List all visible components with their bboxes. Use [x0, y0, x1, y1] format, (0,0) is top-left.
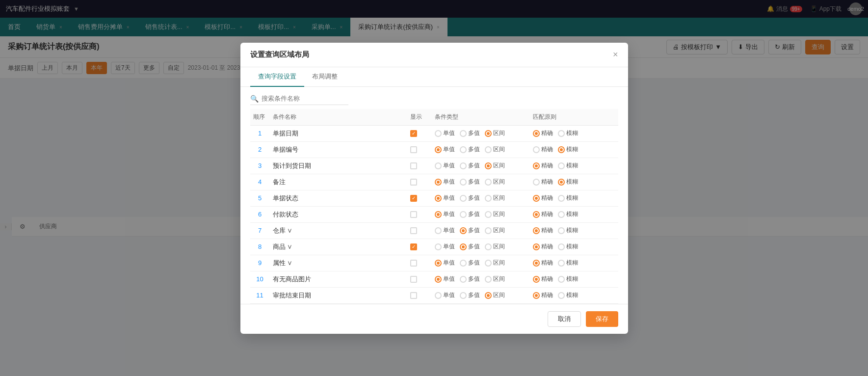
- radio-match-模糊[interactable]: 模糊: [558, 145, 578, 154]
- radio-match-精确[interactable]: 精确: [533, 291, 553, 299]
- radio-type-区间[interactable]: 区间: [485, 210, 505, 218]
- radio-match-模糊[interactable]: 模糊: [558, 161, 578, 170]
- radio-type-单值[interactable]: 单值: [435, 194, 455, 202]
- display-checkbox[interactable]: [410, 162, 417, 169]
- display-checkbox[interactable]: [410, 227, 417, 234]
- cell-display[interactable]: [407, 271, 432, 287]
- radio-circle: [485, 162, 492, 169]
- display-checkbox[interactable]: [410, 292, 417, 299]
- radio-match-精确[interactable]: 精确: [533, 242, 553, 251]
- radio-type-单值[interactable]: 单值: [435, 291, 455, 299]
- cell-display[interactable]: [407, 158, 432, 174]
- display-checkbox[interactable]: [410, 130, 417, 137]
- radio-type-区间[interactable]: 区间: [485, 226, 505, 235]
- display-checkbox[interactable]: [410, 146, 417, 153]
- table-row: 5单据状态单值多值区间精确模糊: [250, 190, 618, 206]
- display-checkbox[interactable]: [410, 243, 417, 250]
- radio-type-区间[interactable]: 区间: [485, 161, 505, 170]
- cell-display[interactable]: [407, 190, 432, 206]
- radio-match-模糊[interactable]: 模糊: [558, 129, 578, 137]
- radio-type-多值[interactable]: 多值: [460, 242, 480, 251]
- radio-match-精确[interactable]: 精确: [533, 210, 553, 218]
- radio-type-单值[interactable]: 单值: [435, 275, 455, 283]
- cell-display[interactable]: [407, 239, 432, 255]
- search-input[interactable]: [262, 95, 340, 102]
- radio-match-模糊[interactable]: 模糊: [558, 178, 578, 186]
- cell-display[interactable]: [407, 206, 432, 222]
- table-row: 4备注单值多值区间精确模糊: [250, 174, 618, 190]
- radio-match-精确[interactable]: 精确: [533, 194, 553, 202]
- tab-query-fields[interactable]: 查询字段设置: [250, 67, 304, 87]
- radio-circle: [460, 146, 467, 153]
- tab-layout[interactable]: 布局调整: [304, 67, 345, 87]
- radio-type-区间[interactable]: 区间: [485, 194, 505, 202]
- radio-circle: [485, 130, 492, 137]
- radio-type-多值[interactable]: 多值: [460, 145, 480, 154]
- radio-type-多值[interactable]: 多值: [460, 291, 480, 299]
- display-checkbox[interactable]: [410, 195, 417, 202]
- radio-type-单值[interactable]: 单值: [435, 259, 455, 267]
- radio-match-精确[interactable]: 精确: [533, 275, 553, 283]
- save-button[interactable]: 保存: [586, 311, 618, 327]
- radio-type-区间[interactable]: 区间: [485, 291, 505, 299]
- table-row: 3预计到货日期单值多值区间精确模糊: [250, 158, 618, 174]
- radio-type-多值[interactable]: 多值: [460, 259, 480, 267]
- cell-name: 审批结束日期: [270, 287, 407, 303]
- radio-type-区间[interactable]: 区间: [485, 275, 505, 283]
- display-checkbox[interactable]: [410, 260, 417, 267]
- radio-match-模糊[interactable]: 模糊: [558, 275, 578, 283]
- search-wrap: 🔍: [250, 93, 348, 105]
- cell-display[interactable]: [407, 141, 432, 158]
- radio-match-模糊[interactable]: 模糊: [558, 259, 578, 267]
- radio-type-区间[interactable]: 区间: [485, 259, 505, 267]
- radio-match-模糊[interactable]: 模糊: [558, 291, 578, 299]
- radio-type-单值[interactable]: 单值: [435, 226, 455, 235]
- radio-match-精确[interactable]: 精确: [533, 161, 553, 170]
- radio-type-区间[interactable]: 区间: [485, 178, 505, 186]
- radio-type-单值[interactable]: 单值: [435, 129, 455, 137]
- radio-circle: [533, 227, 540, 234]
- radio-type-区间[interactable]: 区间: [485, 242, 505, 251]
- radio-type-多值[interactable]: 多值: [460, 178, 480, 186]
- display-checkbox[interactable]: [410, 211, 417, 218]
- radio-type-多值[interactable]: 多值: [460, 129, 480, 137]
- radio-type-多值[interactable]: 多值: [460, 226, 480, 235]
- radio-type-区间[interactable]: 区间: [485, 129, 505, 137]
- cell-display[interactable]: [407, 255, 432, 271]
- cell-display[interactable]: [407, 222, 432, 239]
- display-checkbox[interactable]: [410, 179, 417, 186]
- radio-type-多值[interactable]: 多值: [460, 275, 480, 283]
- radio-type-多值[interactable]: 多值: [460, 194, 480, 202]
- radio-type-区间[interactable]: 区间: [485, 145, 505, 154]
- radio-type-多值[interactable]: 多值: [460, 161, 480, 170]
- radio-match-精确[interactable]: 精确: [533, 145, 553, 154]
- cell-display[interactable]: [407, 287, 432, 303]
- radio-match-模糊[interactable]: 模糊: [558, 226, 578, 235]
- radio-circle: [533, 179, 540, 186]
- radio-match-模糊[interactable]: 模糊: [558, 210, 578, 218]
- radio-type-单值[interactable]: 单值: [435, 161, 455, 170]
- radio-match-精确[interactable]: 精确: [533, 226, 553, 235]
- radio-match-模糊[interactable]: 模糊: [558, 242, 578, 251]
- radio-match-精确[interactable]: 精确: [533, 129, 553, 137]
- display-checkbox[interactable]: [410, 276, 417, 283]
- radio-circle: [558, 211, 565, 218]
- radio-type-单值[interactable]: 单值: [435, 242, 455, 251]
- radio-type-单值[interactable]: 单值: [435, 145, 455, 154]
- radio-match-模糊[interactable]: 模糊: [558, 194, 578, 202]
- radio-type-多值[interactable]: 多值: [460, 210, 480, 218]
- dialog-close-button[interactable]: ×: [613, 50, 618, 60]
- radio-circle: [485, 276, 492, 283]
- cell-display[interactable]: [407, 125, 432, 141]
- radio-circle: [435, 211, 442, 218]
- radio-circle: [533, 162, 540, 169]
- cell-display[interactable]: [407, 174, 432, 190]
- radio-match-精确[interactable]: 精确: [533, 259, 553, 267]
- radio-circle: [485, 227, 492, 234]
- radio-type-单值[interactable]: 单值: [435, 178, 455, 186]
- radio-type-单值[interactable]: 单值: [435, 210, 455, 218]
- radio-match-精确[interactable]: 精确: [533, 178, 553, 186]
- cancel-button[interactable]: 取消: [548, 311, 581, 327]
- dialog-header: 设置查询区域布局 ×: [240, 43, 628, 67]
- radio-circle: [435, 146, 442, 153]
